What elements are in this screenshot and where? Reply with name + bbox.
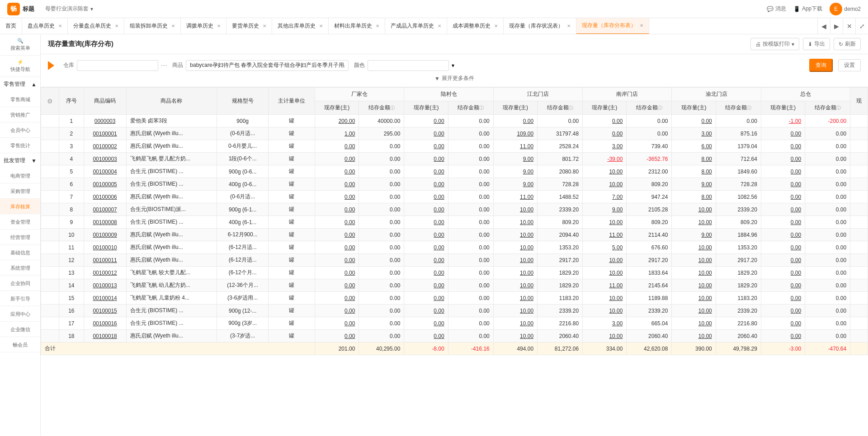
warehouse-input[interactable] [77, 60, 158, 71]
refresh-btn[interactable]: ↻ 刷新 [834, 38, 861, 50]
close-tab-product-in[interactable]: ✕ [438, 23, 441, 28]
nav-expand[interactable]: ⤢ [855, 18, 868, 34]
query-btn[interactable]: 查询 [809, 59, 833, 72]
table-cell: 17 [59, 317, 84, 330]
tab-purchase-order[interactable]: 要货单历史✕ [226, 18, 272, 34]
table-cell: 00100009 [84, 229, 126, 241]
color-input[interactable] [368, 60, 449, 71]
export-btn[interactable]: ⬇ 导出 [803, 38, 830, 50]
sidebar-item-ops[interactable]: 经营管理 [0, 230, 40, 245]
table-cell-value: 0.00 [448, 305, 493, 317]
table-cell: 罐 [269, 292, 315, 305]
table-cell-value: 0.00 [359, 203, 404, 216]
table-cell-value: 2339.20 [716, 305, 761, 317]
table-cell: 5 [59, 165, 84, 178]
jiangbei-amt-info[interactable]: ⓘ [569, 105, 573, 110]
nav-prev[interactable]: ◀ [817, 18, 830, 34]
tab-inventory-check[interactable]: 盘点单历史✕ [22, 18, 68, 34]
tab-current-dist[interactable]: 现存量（库存分布表）✕ [576, 18, 649, 34]
nav-icon: ⚡ [17, 59, 24, 65]
table-cell-value: 1189.88 [627, 292, 672, 305]
message-btn[interactable]: 💬 消息 [767, 5, 786, 13]
sidebar-item-nav[interactable]: ⚡ 快捷导航 [0, 56, 40, 77]
table-cell: 00100001 [84, 127, 126, 140]
factory-amt-info[interactable]: ⓘ [390, 105, 395, 110]
close-tab-purchase-order[interactable]: ✕ [263, 23, 266, 28]
table-cell-value: 0.00 [805, 241, 850, 254]
sidebar-item-system[interactable]: 系统管理 [0, 260, 40, 276]
sidebar-label-member: 会员中心 [2, 127, 38, 134]
close-tab-cost-adjust[interactable]: ✕ [494, 23, 498, 28]
table-cell-value: 0.00 [404, 216, 448, 229]
th-name: 商品名称 [126, 88, 217, 115]
orange-triangle[interactable] [48, 61, 54, 70]
tab-current-stock[interactable]: 现存量（库存状况表）✕ [504, 18, 576, 34]
app-download-btn[interactable]: 📱 App下载 [793, 5, 822, 13]
tab-combo-split[interactable]: 组装拆卸单历史✕ [124, 18, 181, 34]
table-container[interactable]: ⚙ 序号 商品编码 商品名称 规格型号 主计量单位 厂家仓 陆村仓 江北门店 南… [41, 87, 868, 436]
nav-next[interactable]: ▶ [830, 18, 843, 34]
settings-btn[interactable]: 设置 [838, 59, 861, 71]
nav-close-all[interactable]: ✕ [843, 18, 855, 34]
tab-material-out[interactable]: 材料出库单历史✕ [329, 18, 385, 34]
close-tab-inventory-check[interactable]: ✕ [58, 23, 62, 28]
sidebar-item-search[interactable]: 🔍 搜索英单 [0, 34, 40, 56]
table-cell-value: 10.00 [493, 203, 537, 216]
print-btn[interactable]: 🖨 按模版打印 ▾ [750, 38, 799, 50]
sidebar-item-member2[interactable]: 畅会员 [0, 337, 40, 352]
tab-cost-adjust[interactable]: 成本调整单历史✕ [447, 18, 504, 34]
table-cell-value: 10.00 [583, 267, 627, 279]
nanan-amt-info[interactable]: ⓘ [658, 105, 662, 110]
table-cell: 12 [59, 254, 84, 267]
close-tab-current-stock[interactable]: ✕ [567, 23, 571, 28]
expand-conditions-btn[interactable]: ▼ 展开更多条件 [434, 75, 474, 82]
sidebar-item-retail-stats[interactable]: 零售统计 [0, 138, 40, 153]
sidebar-item-wholesale[interactable]: 批发管理 ▼ [0, 153, 40, 168]
table-cell-value: 0.00 [315, 305, 359, 317]
tab-sub-inventory[interactable]: 分量盘点单历史✕ [68, 18, 124, 34]
sidebar-item-marketing[interactable]: 营销推广 [0, 107, 40, 122]
table-cell-current [850, 153, 868, 165]
table-cell: 合生元 (BIOSTIME) ... [126, 317, 217, 330]
close-tab-combo-split[interactable]: ✕ [171, 23, 175, 28]
tab-home[interactable]: 首页 [0, 18, 22, 34]
close-tab-current-dist[interactable]: ✕ [640, 23, 643, 28]
close-tab-material-out[interactable]: ✕ [376, 23, 379, 28]
sidebar-item-inventory[interactable]: 库存核算 [0, 199, 40, 214]
lucun-amt-info[interactable]: ⓘ [479, 105, 484, 110]
tab-product-in[interactable]: 产成品入库单历史✕ [385, 18, 447, 34]
sidebar-item-basic[interactable]: 基础信息 [0, 245, 40, 260]
sidebar-item-wechat[interactable]: 企业微信 [0, 322, 40, 337]
table-cell-value: 0.00 [627, 115, 672, 127]
close-tab-transfer[interactable]: ✕ [217, 23, 221, 28]
close-tab-other-out[interactable]: ✕ [319, 23, 323, 28]
sidebar-item-retail-mgmt[interactable]: 零售管理 ▲ [0, 77, 40, 92]
table-cell-value: 0.00 [315, 229, 359, 241]
table-cell: 罐 [269, 254, 315, 267]
sidebar-item-retail-shop[interactable]: 零售商城 [0, 92, 40, 107]
tab-other-out[interactable]: 其他出库单历史✕ [272, 18, 329, 34]
table-cell: 7 [59, 191, 84, 203]
table-cell-value: 0.00 [315, 178, 359, 191]
table-cell-value: 0.00 [359, 317, 404, 330]
sidebar-item-corp[interactable]: 企业协同 [0, 276, 40, 291]
sidebar-item-finance[interactable]: 资金管理 [0, 214, 40, 230]
yubei-amt-info[interactable]: ⓘ [747, 105, 751, 110]
company-selector[interactable]: 母婴行业演示陈套 ▾ [45, 5, 93, 13]
sidebar-item-purchase[interactable]: 采购管理 [0, 183, 40, 199]
sidebar-item-ecommerce[interactable]: 电商管理 [0, 168, 40, 183]
table-cell: 合生元 (BIOSTIME) ... [126, 165, 217, 178]
table-cell-value: 0.00 [359, 178, 404, 191]
close-tab-sub-inventory[interactable]: ✕ [115, 23, 118, 28]
table-cell: 00100002 [84, 140, 126, 153]
th-settings[interactable]: ⚙ [41, 88, 59, 115]
sidebar-item-member[interactable]: 会员中心 [0, 122, 40, 138]
product-input[interactable] [186, 60, 349, 71]
user-area[interactable]: E demo2 [830, 3, 861, 15]
warehouse-dots-btn[interactable]: ··· [161, 61, 167, 70]
table-cell: (0-6月适... [217, 191, 269, 203]
tab-transfer[interactable]: 调拨单历史✕ [181, 18, 226, 34]
sidebar-item-apps[interactable]: 应用中心 [0, 306, 40, 322]
total-amt-info[interactable]: ⓘ [836, 105, 841, 110]
sidebar-item-guide[interactable]: 新手引导 [0, 291, 40, 306]
